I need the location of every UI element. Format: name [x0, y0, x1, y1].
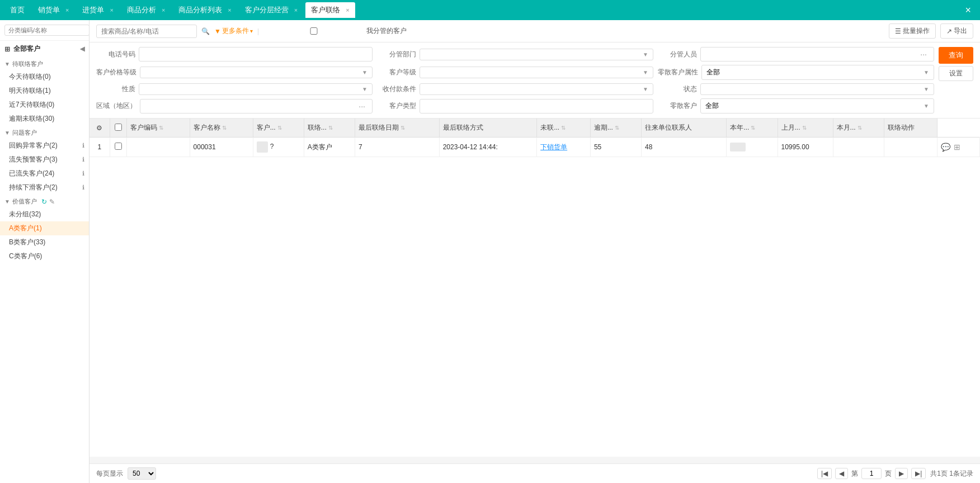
last-method-link[interactable]: 下销货单 [540, 143, 567, 151]
sort-this-year[interactable]: ⇅ [751, 125, 755, 131]
col-gear[interactable]: ⚙ [89, 119, 110, 138]
price-level-select[interactable]: ▼ [140, 67, 373, 78]
customer-type-input[interactable] [420, 99, 653, 113]
next-page-button[interactable]: ▶ [895, 468, 908, 479]
region-label: 区域（地区） [96, 101, 136, 111]
tab-customer-tier-close[interactable]: × [294, 7, 298, 13]
status-select[interactable]: ▼ [700, 83, 934, 95]
qr-icon[interactable]: ⊞ [954, 143, 960, 151]
sidebar-item-7days[interactable]: 近7天待联络(0) [0, 98, 89, 112]
sidebar-search-input[interactable] [4, 25, 89, 36]
table-header-row: ⚙ 客户编码⇅ 客户名称⇅ 客户...⇅ 联络...⇅ 最后联络日期⇅ 最后联络… [89, 119, 980, 138]
retail-customer-select[interactable]: 全部 ▼ [700, 98, 934, 113]
last-page-button[interactable]: ▶| [911, 468, 926, 479]
help-icon-1[interactable]: ℹ [82, 156, 84, 163]
row-last-method[interactable]: 下销货单 [537, 138, 591, 157]
first-page-button[interactable]: |◀ [817, 468, 832, 479]
sort-type[interactable]: ⇅ [277, 125, 282, 131]
region-dots[interactable]: ··· [356, 102, 368, 111]
total-records: 共1页 1条记录 [930, 469, 973, 479]
page-number-input[interactable] [861, 468, 882, 479]
sidebar-all-customers[interactable]: ⊞ 全部客户 ◀ [0, 41, 89, 57]
retail-attr-label: 零散客户属性 [658, 68, 698, 77]
manager-input[interactable]: ··· [700, 47, 934, 61]
sort-last-month[interactable]: ⇅ [802, 125, 807, 131]
query-settings-column: 查询 设置 [939, 47, 973, 113]
nature-select[interactable]: ▼ [139, 83, 373, 95]
sidebar-item-repurchase-abnormal[interactable]: 回购异常客户(2) ℹ [0, 139, 89, 153]
my-customers-checkbox-label[interactable]: 我分管的客户 [263, 26, 407, 36]
more-conditions-button[interactable]: ▼ 更多条件 ▾ [214, 26, 253, 36]
refresh-icon[interactable]: ↻ [41, 198, 47, 206]
sidebar-item-c-class[interactable]: C类客户(6) [0, 249, 89, 263]
churned-label: 已流失客户(24) [9, 169, 54, 178]
export-button[interactable]: ↗ 导出 [940, 23, 973, 39]
tab-customer-contact-close[interactable]: × [346, 7, 349, 13]
horizontal-scrollbar[interactable] [89, 457, 980, 463]
sidebar: 🔍 ⊞ 全部客户 ◀ ▼ 待联络客户 今天待联络(0) 明天待联络(1) 近7天… [0, 20, 89, 483]
sidebar-item-ungrouped[interactable]: 未分组(32) [0, 207, 89, 221]
sidebar-item-b-class[interactable]: B类客户(33) [0, 235, 89, 249]
col-last-date: 最后联络日期⇅ [355, 119, 439, 138]
sort-name[interactable]: ⇅ [222, 125, 227, 131]
tab-analysis[interactable]: 商品分析 × [121, 2, 171, 18]
nav-close-button[interactable]: × [960, 4, 976, 16]
edit-icon[interactable]: ✎ [49, 198, 55, 206]
row-type: A类客户 [304, 138, 355, 157]
tab-analysis-list-close[interactable]: × [228, 7, 231, 13]
region-input[interactable]: ··· [140, 99, 373, 113]
page-suffix: 页 [885, 469, 892, 479]
sort-this-month[interactable]: ⇅ [858, 125, 862, 131]
row-checkbox[interactable] [115, 143, 122, 150]
filter-manager: 分管人员 ··· [658, 47, 934, 61]
search-icon[interactable]: 🔍 [201, 27, 210, 35]
sidebar-item-overdue[interactable]: 逾期未联络(30) [0, 112, 89, 126]
help-icon-3[interactable]: ℹ [82, 184, 84, 191]
manager-dots[interactable]: ··· [918, 50, 929, 59]
sort-last-date[interactable]: ⇅ [401, 125, 405, 131]
per-page-select[interactable]: 50 100 200 [128, 467, 156, 480]
sidebar-item-tomorrow[interactable]: 明天待联络(1) [0, 84, 89, 98]
sort-contact[interactable]: ⇅ [328, 125, 333, 131]
tab-analysis-close[interactable]: × [162, 7, 165, 13]
sort-overdue[interactable]: ⇅ [615, 125, 619, 131]
tab-analysis-list[interactable]: 商品分析列表 × [173, 2, 237, 18]
customer-level-select[interactable]: ▼ [420, 67, 653, 78]
prev-page-button[interactable]: ◀ [835, 468, 848, 479]
search-input[interactable] [96, 25, 197, 38]
filter-price-level: 客户价格等级 ▼ [96, 67, 373, 78]
tab-home[interactable]: 首页 [4, 2, 30, 18]
retail-attr-select[interactable]: 全部 ▼ [701, 65, 934, 80]
pending-contact-group: ▼ 待联络客户 [0, 57, 89, 70]
page-info: |◀ ◀ 第 页 ▶ ▶| [817, 468, 926, 479]
tab-sales-close[interactable]: × [65, 7, 69, 13]
chat-icon[interactable]: 💬 [941, 143, 950, 151]
tab-sales[interactable]: 销货单 × [32, 2, 74, 18]
retail-customer-value: 全部 [705, 101, 719, 111]
top-nav: 首页 销货单 × 进货单 × 商品分析 × 商品分析列表 × 客户分层经营 × … [0, 0, 980, 20]
tab-purchase-close[interactable]: × [110, 7, 113, 13]
dept-select[interactable]: ▼ [420, 49, 653, 60]
batch-op-button[interactable]: ☰ 批量操作 [889, 23, 936, 39]
help-icon-2[interactable]: ℹ [82, 170, 84, 177]
tab-purchase[interactable]: 进货单 × [77, 2, 119, 18]
sidebar-item-churned[interactable]: 已流失客户(24) ℹ [0, 167, 89, 181]
sidebar-item-today[interactable]: 今天待联络(0) [0, 70, 89, 84]
select-all-checkbox[interactable] [115, 124, 122, 131]
sidebar-item-declining[interactable]: 持续下滑客户(2) ℹ [0, 181, 89, 195]
help-icon-0[interactable]: ℹ [82, 142, 84, 149]
price-level-arrow: ▼ [362, 69, 368, 75]
payment-select[interactable]: ▼ [420, 83, 653, 95]
sort-code[interactable]: ⇅ [159, 125, 163, 131]
query-button[interactable]: 查询 [939, 47, 973, 64]
tab-customer-tier[interactable]: 客户分层经营 × [239, 2, 303, 18]
sidebar-item-churn-warning[interactable]: 流失预警客户(3) ℹ [0, 153, 89, 167]
tab-customer-contact[interactable]: 客户联络 × [305, 2, 355, 18]
phone-input[interactable] [139, 47, 373, 61]
sidebar-item-a-class[interactable]: A类客户(1) [0, 221, 89, 235]
row-check[interactable] [110, 138, 126, 157]
sort-uncontact[interactable]: ⇅ [561, 125, 566, 131]
export-label: 导出 [954, 26, 967, 36]
my-customers-checkbox[interactable] [263, 27, 364, 35]
settings-button[interactable]: 设置 [939, 66, 973, 81]
